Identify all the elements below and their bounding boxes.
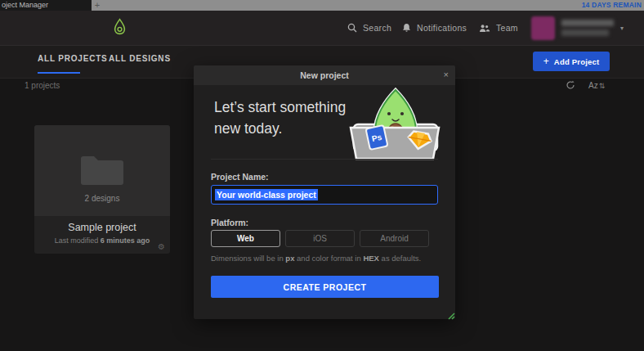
avocado-folder-illustration: Ps	[341, 87, 449, 160]
search-icon	[347, 23, 357, 33]
modal-divider	[211, 159, 438, 160]
platform-label: Platform:	[211, 218, 248, 227]
app-header: Search Notifications Team ▾	[0, 11, 644, 46]
bell-icon	[402, 23, 411, 33]
new-project-modal: New project × Let’s start something new …	[194, 65, 455, 319]
project-name-value-selected: Your world-class project	[215, 189, 318, 200]
project-name-input[interactable]: Your world-class project	[211, 185, 438, 205]
add-project-label: Add Project	[554, 57, 600, 66]
project-settings-gear-icon[interactable]: ⚙	[158, 242, 165, 251]
project-card-footer: Sample project Last modified 6 minutes a…	[34, 216, 170, 254]
sort-arrows-icon: ⇅	[599, 82, 606, 90]
resize-handle[interactable]	[446, 311, 455, 320]
new-tab-button[interactable]: +	[90, 0, 105, 11]
project-card[interactable]: 2 designs Sample project Last modified 6…	[34, 125, 170, 254]
account-menu[interactable]: ▾	[531, 16, 624, 40]
team-label: Team	[496, 23, 518, 33]
defaults-note: Dimensions will be in px and color forma…	[211, 254, 421, 263]
notifications-button[interactable]: Notifications	[402, 11, 467, 45]
create-project-button[interactable]: CREATE PROJECT	[211, 276, 439, 298]
platform-web-button[interactable]: Web	[211, 230, 280, 247]
browser-tab-strip: oject Manager + 14 DAYS REMAIN	[0, 0, 644, 11]
close-icon[interactable]: ×	[444, 65, 449, 85]
notifications-label: Notifications	[417, 23, 467, 33]
sort-label: Az	[588, 81, 598, 90]
projects-count: 1 projects	[25, 81, 60, 90]
trial-banner[interactable]: 14 DAYS REMAIN	[582, 0, 642, 11]
tab-all-projects[interactable]: ALL PROJECTS	[38, 46, 108, 72]
active-tab-underline	[38, 72, 80, 74]
avatar	[531, 16, 555, 40]
tab-all-designs[interactable]: ALL DESIGNS	[109, 46, 171, 72]
project-last-modified: Last modified 6 minutes ago	[34, 236, 170, 245]
account-name-redacted	[561, 20, 614, 36]
window-tab[interactable]: oject Manager	[0, 0, 92, 11]
project-name-label: Project Name:	[211, 172, 269, 182]
team-icon	[479, 24, 490, 33]
modal-title: New project	[194, 65, 455, 85]
project-card-thumbnail: 2 designs	[34, 125, 170, 216]
sort-control[interactable]: Az ⇅	[588, 81, 605, 90]
avocode-logo-icon[interactable]	[114, 18, 126, 35]
modal-heading: Let’s start something new today.	[214, 97, 346, 139]
designs-count: 2 designs	[34, 194, 170, 203]
platform-android-button[interactable]: Android	[360, 230, 429, 247]
add-project-button[interactable]: + Add Project	[533, 52, 610, 71]
search-button[interactable]: Search	[347, 11, 391, 45]
search-label: Search	[363, 23, 391, 33]
team-button[interactable]: Team	[479, 11, 518, 45]
platform-ios-button[interactable]: iOS	[285, 230, 355, 247]
modal-header: New project ×	[194, 65, 455, 85]
folder-icon	[79, 152, 125, 187]
chevron-down-icon: ▾	[620, 25, 624, 32]
refresh-icon[interactable]	[566, 80, 575, 90]
platform-options: Web iOS Android	[211, 230, 438, 247]
plus-icon: +	[543, 57, 549, 65]
project-title: Sample project	[34, 222, 170, 233]
app-window: oject Manager + 14 DAYS REMAIN Search No…	[0, 0, 644, 351]
